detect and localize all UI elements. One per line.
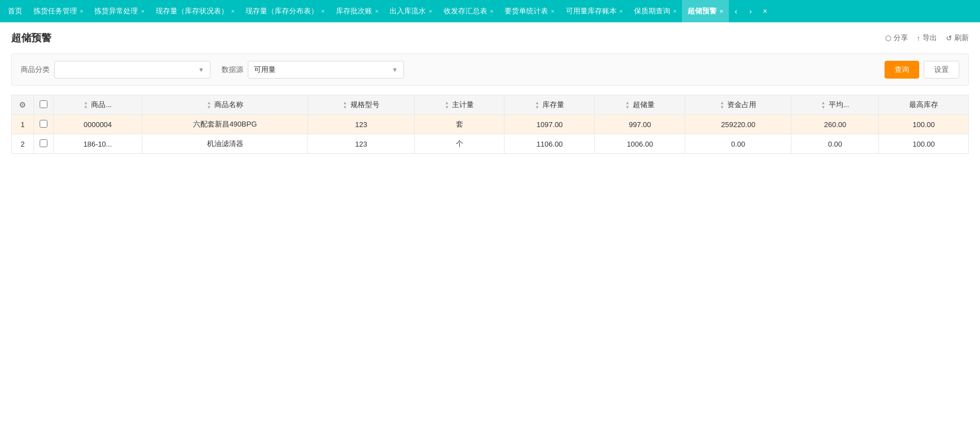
datasource-select-value: 可用量 (254, 65, 276, 75)
col-avg[interactable]: ▲▼ 平均... (791, 95, 879, 115)
close-icon[interactable]: × (429, 8, 432, 14)
col-spec[interactable]: ▲▼ 规格型号 (308, 95, 414, 115)
nav-stock-status[interactable]: 现存量（库存状况表） × (150, 0, 240, 22)
close-icon[interactable]: × (321, 8, 324, 14)
col-product-name[interactable]: ▲▼ 商品名称 (142, 95, 308, 115)
datasource-select[interactable]: 可用量 ▼ (248, 61, 404, 79)
query-button[interactable]: 查询 (885, 61, 919, 79)
nav-close-button[interactable]: × (758, 0, 772, 22)
row-max-stock: 100.00 (879, 134, 969, 154)
close-icon[interactable]: × (619, 8, 623, 14)
row-product-code: 0000004 (54, 115, 142, 134)
table-row: 1 0000004 六配套新昌490BPG 123 套 1097.00 997.… (12, 115, 969, 134)
row-capital: 259220.00 (685, 115, 791, 134)
row-spec: 123 (308, 134, 414, 154)
nav-inout-flow[interactable]: 出入库流水 × (384, 0, 438, 22)
row-capital: 0.00 (685, 134, 791, 154)
row-unit: 套 (414, 115, 505, 134)
row-over-stock: 997.00 (595, 115, 685, 134)
row-product-code: 186-10... (54, 134, 142, 154)
page-header: 超储预警 ⬡ 分享 ↑ 导出 ↺ 刷新 (11, 31, 969, 45)
filter-actions: 查询 设置 (885, 61, 959, 79)
table-header-row: ⚙ ▲▼ 商品... ▲▼ 商品名称 ▲▼ 规格型号 ▲▼ (12, 95, 969, 115)
chevron-down-icon: ▼ (392, 66, 398, 73)
nav-quality-expiry[interactable]: 保质期查询 × (628, 0, 682, 22)
export-button[interactable]: ↑ 导出 (917, 33, 938, 43)
row-checkbox-cell (34, 134, 54, 154)
close-icon[interactable]: × (141, 8, 144, 14)
row-spec: 123 (308, 115, 414, 134)
nav-order-stats[interactable]: 要货单统计表 × (499, 0, 560, 22)
sort-icon: ▲▼ (821, 101, 825, 110)
close-icon[interactable]: × (490, 8, 493, 14)
close-icon[interactable]: × (375, 8, 378, 14)
sort-icon: ▲▼ (206, 101, 211, 110)
row-stock: 1106.00 (505, 134, 595, 154)
col-over-stock[interactable]: ▲▼ 超储量 (595, 95, 685, 115)
nav-stock-batch[interactable]: 库存批次账 × (330, 0, 384, 22)
sort-icon: ▲▼ (535, 101, 540, 110)
row-product-name: 机油滤清器 (142, 134, 308, 154)
gear-icon[interactable]: ⚙ (19, 100, 26, 109)
sort-icon: ▲▼ (84, 101, 88, 110)
export-icon: ↑ (917, 34, 921, 42)
col-product-code[interactable]: ▲▼ 商品... (54, 95, 142, 115)
nav-next-button[interactable]: › (743, 0, 758, 22)
col-max-stock: 最高库存 (879, 95, 969, 115)
col-gear[interactable]: ⚙ (12, 95, 34, 115)
filter-bar: 商品分类 ▼ 数据源 可用量 ▼ 查询 设置 (11, 54, 969, 86)
row-checkbox[interactable] (40, 139, 47, 147)
datasource-filter: 数据源 可用量 ▼ (222, 61, 404, 79)
nav-pick-exception[interactable]: 拣货异常处理 × (89, 0, 150, 22)
nav-recv-send[interactable]: 收发存汇总表 × (438, 0, 499, 22)
settings-button[interactable]: 设置 (924, 61, 959, 79)
row-unit: 个 (414, 134, 505, 154)
select-all-checkbox[interactable] (40, 100, 47, 108)
nav-stock-dist[interactable]: 现存量（库存分布表） × (240, 0, 330, 22)
col-stock[interactable]: ▲▼ 库存量 (505, 95, 595, 115)
refresh-icon: ↺ (946, 34, 952, 42)
share-icon: ⬡ (885, 34, 891, 42)
table-row: 2 186-10... 机油滤清器 123 个 1106.00 1006.00 … (12, 134, 969, 154)
share-button[interactable]: ⬡ 分享 (885, 33, 908, 43)
top-navigation: 首页 拣货任务管理 × 拣货异常处理 × 现存量（库存状况表） × 现存量（库存… (0, 0, 980, 22)
row-over-stock: 1006.00 (595, 134, 685, 154)
close-icon[interactable]: × (719, 8, 723, 14)
row-max-stock: 100.00 (879, 115, 969, 134)
row-stock: 1097.00 (505, 115, 595, 134)
sort-icon: ▲▼ (445, 101, 449, 110)
row-num: 2 (12, 134, 34, 154)
datasource-label: 数据源 (222, 65, 243, 75)
refresh-button[interactable]: ↺ 刷新 (946, 33, 969, 43)
close-icon[interactable]: × (551, 8, 554, 14)
close-icon[interactable]: × (80, 8, 83, 14)
header-actions: ⬡ 分享 ↑ 导出 ↺ 刷新 (885, 33, 969, 43)
category-label: 商品分类 (21, 65, 50, 75)
row-avg: 0.00 (791, 134, 879, 154)
row-avg: 260.00 (791, 115, 879, 134)
close-icon[interactable]: × (231, 8, 234, 14)
close-icon[interactable]: × (673, 8, 676, 14)
category-filter: 商品分类 ▼ (21, 61, 210, 79)
row-num: 1 (12, 115, 34, 134)
page-title: 超储预警 (11, 31, 51, 45)
sort-icon: ▲▼ (625, 101, 630, 110)
row-checkbox[interactable] (40, 120, 47, 128)
nav-prev-button[interactable]: ‹ (729, 0, 743, 22)
chevron-down-icon: ▼ (198, 66, 204, 73)
data-table: ⚙ ▲▼ 商品... ▲▼ 商品名称 ▲▼ 规格型号 ▲▼ (11, 95, 969, 154)
nav-home[interactable]: 首页 (2, 0, 28, 22)
row-product-name: 六配套新昌490BPG (142, 115, 308, 134)
nav-overstock-warning[interactable]: 超储预警 × (682, 0, 728, 22)
col-checkbox (34, 95, 54, 115)
col-capital[interactable]: ▲▼ 资金占用 (685, 95, 791, 115)
category-select[interactable]: ▼ (54, 61, 210, 79)
page-content: 超储预警 ⬡ 分享 ↑ 导出 ↺ 刷新 商品分类 ▼ 数据源 (0, 22, 980, 446)
nav-pick-task[interactable]: 拣货任务管理 × (28, 0, 89, 22)
sort-icon: ▲▼ (720, 101, 724, 110)
row-checkbox-cell (34, 115, 54, 134)
col-unit[interactable]: ▲▼ 主计量 (414, 95, 505, 115)
nav-usable-stock[interactable]: 可用量库存账本 × (560, 0, 628, 22)
sort-icon: ▲▼ (343, 101, 347, 110)
